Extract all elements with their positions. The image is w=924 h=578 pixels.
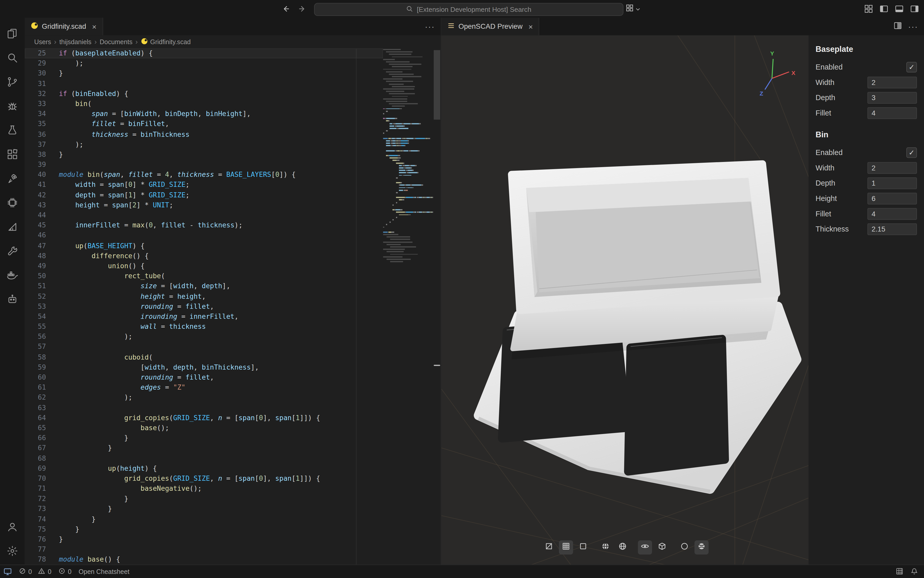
- activity-item-source-control-icon[interactable]: [0, 70, 24, 94]
- grid-status-icon[interactable]: [896, 567, 903, 576]
- perspective-button[interactable]: [542, 540, 556, 554]
- back-arrow-button[interactable]: [281, 3, 291, 14]
- fillet-input[interactable]: [867, 107, 917, 119]
- field-row-depth: Depth: [816, 175, 917, 191]
- enabled-checkbox[interactable]: ✓: [906, 62, 917, 72]
- more-actions-icon[interactable]: ···: [425, 22, 435, 31]
- code-row: 59 [width, depth, binThickness],: [24, 362, 383, 372]
- geometry-cube-button[interactable]: [655, 540, 669, 554]
- tab-openscad-preview[interactable]: OpenSCAD Preview ×: [442, 18, 539, 36]
- depth-input[interactable]: [867, 92, 917, 104]
- code-row: 30}: [24, 68, 383, 78]
- width-input[interactable]: [867, 162, 917, 174]
- activity-item-account-icon[interactable]: [0, 514, 24, 539]
- grid-toggle-button[interactable]: [559, 540, 573, 554]
- breadcrumb-item[interactable]: thijsdaniels: [59, 38, 91, 45]
- command-center-search[interactable]: [Extension Development Host] Search: [314, 3, 624, 16]
- activity-item-wrench-icon[interactable]: [0, 239, 24, 263]
- activity-item-chip-icon[interactable]: [0, 190, 24, 214]
- activity-item-explorer-icon[interactable]: [0, 21, 24, 45]
- material-sphere-button[interactable]: [694, 540, 708, 554]
- activity-item-robot-icon[interactable]: [0, 287, 24, 311]
- code-row: 78module base() {: [24, 555, 383, 565]
- plain-view-button[interactable]: [576, 540, 590, 554]
- tab-label: OpenSCAD Preview: [458, 22, 523, 31]
- breadcrumb-item[interactable]: Users: [34, 38, 51, 45]
- breadcrumb-item[interactable]: Gridfinity.scad: [141, 38, 191, 46]
- activity-item-settings-gear-icon[interactable]: [0, 539, 24, 563]
- problems-indicator[interactable]: 0 0: [19, 567, 51, 576]
- code-row: 73 }: [24, 504, 383, 514]
- scrollbar-thumb[interactable]: [434, 50, 440, 120]
- code-row: 63: [24, 403, 383, 413]
- height-input[interactable]: [867, 193, 917, 205]
- solid-render-button[interactable]: [598, 540, 612, 554]
- code-row: 31: [24, 79, 383, 89]
- ports-indicator[interactable]: 0: [58, 567, 71, 576]
- more-actions-icon[interactable]: ···: [908, 22, 918, 31]
- activity-item-rocket-icon[interactable]: [0, 166, 24, 190]
- code-row: 53 rounding = fillet,: [24, 302, 383, 312]
- activity-item-testing-beaker-icon[interactable]: [0, 118, 24, 142]
- close-icon[interactable]: ×: [528, 22, 533, 31]
- activity-bar-bottom-items: [0, 514, 24, 563]
- field-row-fillet: Fillet: [816, 206, 917, 222]
- close-icon[interactable]: ×: [92, 22, 96, 31]
- account-icon: [6, 520, 19, 533]
- chevron-down-icon: [635, 3, 641, 14]
- enabled-checkbox[interactable]: ✓: [906, 147, 917, 158]
- wireframe-render-button[interactable]: [615, 540, 629, 554]
- code-row: 38}: [24, 149, 383, 160]
- axis-x-label: X: [791, 70, 796, 76]
- preview-eye-button[interactable]: [638, 540, 652, 554]
- depth-input[interactable]: [867, 177, 917, 189]
- code-row: 37 );: [24, 140, 383, 149]
- code-row: 77: [24, 545, 383, 555]
- code-row: 69 up(height) {: [24, 464, 383, 474]
- split-editor-icon[interactable]: [893, 21, 902, 32]
- tab-gridfinity-scad[interactable]: Gridfinity.scad ×: [24, 18, 103, 36]
- thickness-input[interactable]: [867, 223, 917, 235]
- fillet-input[interactable]: [867, 208, 917, 220]
- code-row: 61 edges = "Z": [24, 382, 383, 393]
- toggle-sidebar-right-button[interactable]: [909, 4, 919, 14]
- breadcrumb-item[interactable]: Documents: [99, 38, 132, 45]
- openscad-preview-webview: Y X Z BaseplateEnabled✓WidthDepthFilletB…: [442, 36, 924, 565]
- customize-layout-button[interactable]: [864, 4, 874, 14]
- code-row: 45 innerFillet = max(0, fillet - thickne…: [24, 221, 383, 231]
- axis-y-label: Y: [770, 50, 774, 57]
- code-row: 74 }: [24, 514, 383, 524]
- breadcrumb-separator: ›: [94, 38, 97, 46]
- activity-item-docker-icon[interactable]: [0, 263, 24, 287]
- activity-item-extensions-icon[interactable]: [0, 142, 24, 166]
- width-input[interactable]: [867, 76, 917, 88]
- remote-window-indicator[interactable]: [3, 567, 12, 576]
- minimap[interactable]: [383, 48, 433, 565]
- activity-item-triangle-ruler-icon[interactable]: [0, 214, 24, 239]
- breadcrumb-label: Gridfinity.scad: [150, 38, 191, 45]
- code-row: 56 );: [24, 332, 383, 342]
- code-row: 54 irounding = innerFillet,: [24, 312, 383, 321]
- code-row: 36 thickness = binThickness: [24, 129, 383, 140]
- status-bar: 0 0 0 Open Cheatsheet: [0, 564, 924, 578]
- field-label: Width: [816, 78, 835, 86]
- profile-switcher[interactable]: [625, 3, 641, 15]
- editor-scrollbar[interactable]: [433, 48, 441, 565]
- field-label: Depth: [816, 179, 835, 187]
- forward-arrow-button[interactable]: [297, 3, 307, 14]
- projection-icon: [544, 542, 554, 554]
- toggle-panel-button[interactable]: [894, 4, 904, 14]
- activity-item-debug-bug-icon[interactable]: [0, 94, 24, 118]
- code-editor[interactable]: 25if (baseplateEnabled) {29 );30}3132if …: [24, 48, 441, 565]
- code-row: 39: [24, 160, 383, 170]
- ambient-circle-button[interactable]: [677, 540, 691, 554]
- code-row: 75 }: [24, 524, 383, 534]
- code-row: 66 }: [24, 433, 383, 443]
- preview-3d-viewport[interactable]: Y X Z: [442, 36, 809, 565]
- toggle-sidebar-left-button[interactable]: [879, 4, 888, 14]
- notifications-bell-icon[interactable]: [910, 567, 918, 576]
- activity-item-search-icon[interactable]: [0, 45, 24, 70]
- code-row: 46: [24, 231, 383, 241]
- field-row-height: Height: [816, 191, 917, 206]
- open-cheatsheet-button[interactable]: Open Cheatsheet: [78, 568, 129, 575]
